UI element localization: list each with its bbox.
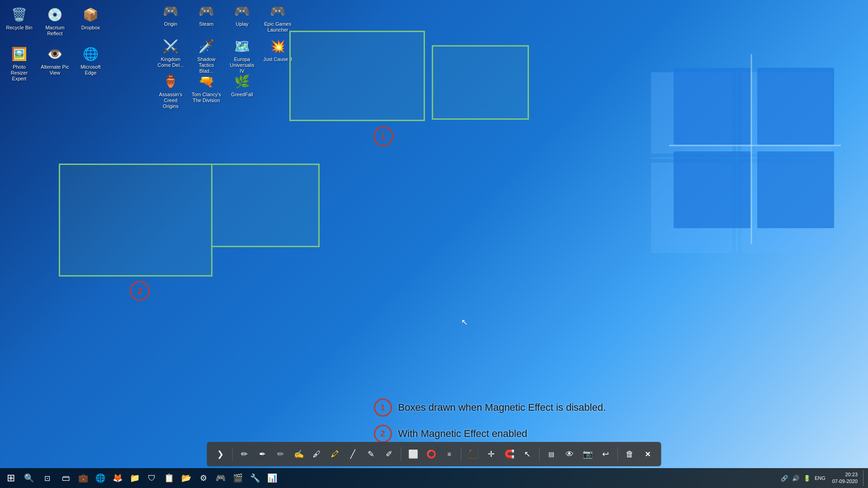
- undo-tool[interactable]: ↩: [598, 446, 614, 462]
- delete-tool[interactable]: 🗑: [622, 446, 638, 462]
- annotation-box-1a: [289, 31, 425, 121]
- legend-item-1: 1 Boxes drawn when Magnetic Effect is di…: [374, 399, 606, 417]
- windows-logo-bg: [651, 72, 832, 253]
- toolbar-divider-2: [401, 447, 401, 461]
- taskbar-app-3[interactable]: 🌐: [92, 470, 108, 486]
- pen-tool-3[interactable]: ✏: [273, 446, 289, 462]
- svg-marker-2: [651, 163, 732, 253]
- taskbar-start-area: ⊞ 🔍 ⊡: [3, 470, 55, 486]
- svg-marker-1: [741, 72, 832, 154]
- taskbar-system-area: 🔗 🔊 🔋 ENG 20:23 07-09-2020: [779, 470, 865, 486]
- taskbar-app-2[interactable]: 💼: [75, 470, 91, 486]
- select-tool[interactable]: ↖: [519, 446, 536, 462]
- game-icons-row2: ⚔️ Kingdom Come Del... 🗡️ Shadow Tactics…: [154, 35, 295, 76]
- pen-tool-1[interactable]: ✏: [236, 446, 253, 462]
- fill-tool[interactable]: ⬛: [465, 446, 481, 462]
- cursor: ↖: [461, 317, 468, 327]
- legend-area: 1 Boxes drawn when Magnetic Effect is di…: [374, 399, 606, 443]
- game-icons-row3: 🏺 Assassin's Creed Origins 🔫 Tom Clancy'…: [154, 70, 259, 112]
- pen-tool-6[interactable]: ╱: [345, 446, 361, 462]
- taskbar-app-9[interactable]: ⚙: [195, 470, 212, 486]
- greedfall-icon[interactable]: 🌿 GreedFall: [225, 70, 259, 112]
- taskbar-app-1[interactable]: 🗃: [58, 470, 74, 486]
- magnet-tool[interactable]: 🧲: [501, 446, 518, 462]
- desktop-icons-row1: 🗑️ Recycle Bin 💿 Macrium Reflect 📦 Dropb…: [2, 4, 108, 38]
- recycle-bin-icon[interactable]: 🗑️ Recycle Bin: [2, 4, 36, 38]
- taskbar-app-4[interactable]: 🦊: [109, 470, 126, 486]
- shapes-tool[interactable]: ⬜: [405, 446, 421, 462]
- shadow-tactics-icon[interactable]: 🗡️ Shadow Tactics Blad...: [189, 35, 223, 76]
- annotation-box-2a: [59, 164, 212, 277]
- toolbar-divider-1: [232, 447, 233, 461]
- dropbox-icon[interactable]: 📦 Dropbox: [74, 4, 108, 38]
- taskbar-clock[interactable]: 20:23 07-09-2020: [829, 471, 861, 485]
- desktop-icons-row2: 🖼️ Photo Resizer Expert 👁️ Alternate Pic…: [2, 43, 108, 84]
- taskbar-app-5[interactable]: 📁: [127, 470, 143, 486]
- annotation-box-1b: [432, 45, 529, 120]
- annotation-toolbar: ❯ ✏ ✒ ✏ ✍ 🖋 🖍 ╱ ✎ ✐ ⬜ ⭕ ≡ ⬛ ✛ 🧲 ↖ ▤ 👁 📷 …: [207, 442, 661, 466]
- tray-battery[interactable]: 🔋: [802, 474, 812, 483]
- eye-tool[interactable]: 👁: [561, 446, 578, 462]
- photo-resizer-icon[interactable]: 🖼️ Photo Resizer Expert: [2, 43, 36, 84]
- svg-marker-0: [651, 72, 732, 154]
- close-tool[interactable]: ✕: [640, 446, 656, 462]
- pen-tool-5[interactable]: 🖋: [309, 446, 325, 462]
- text-align-tool[interactable]: ≡: [441, 446, 458, 462]
- taskbar-app-11[interactable]: 🎬: [230, 470, 246, 486]
- edge-icon[interactable]: 🌐 Microsoft Edge: [74, 43, 108, 84]
- macrium-icon[interactable]: 💿 Macrium Reflect: [38, 4, 72, 38]
- steam-icon[interactable]: 🎮 Steam: [189, 0, 223, 35]
- toolbar-divider-5: [618, 447, 618, 461]
- alt-pic-view-icon[interactable]: 👁️ Alternate Pic View: [38, 43, 72, 84]
- annotation-box-2b: [211, 164, 320, 247]
- camera-tool[interactable]: 📷: [580, 446, 596, 462]
- annotation-circle-1: 1: [373, 127, 393, 146]
- svg-marker-3: [741, 163, 832, 253]
- europa-icon[interactable]: 🗺️ Europa Universalis IV: [225, 35, 259, 76]
- legend-circle-1: 1: [374, 399, 392, 417]
- hatch-tool[interactable]: ▤: [543, 446, 560, 462]
- epic-games-icon[interactable]: 🎮 Epic Games Launcher: [261, 0, 295, 35]
- origin-icon[interactable]: 🎮 Origin: [154, 0, 188, 35]
- taskbar-app-13[interactable]: 📊: [264, 470, 280, 486]
- taskbar-app-6[interactable]: 🛡: [144, 470, 160, 486]
- taskbar: ⊞ 🔍 ⊡ 🗃 💼 🌐 🦊 📁 🛡 📋 📂 ⚙ 🎮 🎬 🔧 📊 🔗 🔊 🔋: [0, 468, 868, 488]
- pen-tool-8[interactable]: ✐: [381, 446, 397, 462]
- move-tool[interactable]: ✛: [483, 446, 500, 462]
- tray-network[interactable]: 🔗: [779, 474, 789, 483]
- desktop: 🗑️ Recycle Bin 💿 Macrium Reflect 📦 Dropb…: [0, 0, 868, 488]
- toolbar-divider-3: [461, 447, 462, 461]
- legend-text-2: With Magnetic Effect enabled: [398, 428, 528, 440]
- the-division-icon[interactable]: 🔫 Tom Clancy's The Division: [189, 70, 223, 112]
- tray-sound[interactable]: 🔊: [791, 474, 801, 483]
- kingdom-come-icon[interactable]: ⚔️ Kingdom Come Del...: [154, 35, 188, 76]
- taskbar-app-12[interactable]: 🔧: [247, 470, 263, 486]
- annotation-circle-2: 2: [130, 281, 150, 301]
- taskbar-apps-area: 🗃 💼 🌐 🦊 📁 🛡 📋 📂 ⚙ 🎮 🎬 🔧 📊: [58, 470, 779, 486]
- pen-tool-7[interactable]: ✎: [363, 446, 379, 462]
- taskbar-app-10[interactable]: 🎮: [212, 470, 229, 486]
- uplay-icon[interactable]: 🎮 Uplay: [225, 0, 259, 35]
- tray-lang[interactable]: ENG: [813, 474, 827, 482]
- taskbar-app-7[interactable]: 📋: [161, 470, 177, 486]
- search-button[interactable]: 🔍: [21, 470, 37, 486]
- pen-tool-2[interactable]: ✒: [255, 446, 271, 462]
- highlighter-tool[interactable]: 🖍: [327, 446, 343, 462]
- circle-tool[interactable]: ⭕: [423, 446, 439, 462]
- game-icons-row1: 🎮 Origin 🎮 Steam 🎮 Uplay 🎮 Epic Games La…: [154, 0, 295, 35]
- show-desktop-button[interactable]: [863, 470, 865, 486]
- legend-text-1: Boxes drawn when Magnetic Effect is disa…: [398, 402, 606, 413]
- tray-icons: 🔗 🔊 🔋 ENG: [779, 474, 827, 483]
- legend-item-2: 2 With Magnetic Effect enabled: [374, 425, 606, 443]
- task-view-button[interactable]: ⊡: [39, 470, 55, 486]
- toolbar-divider-4: [539, 447, 540, 461]
- taskbar-app-8[interactable]: 📂: [178, 470, 194, 486]
- legend-circle-2: 2: [374, 425, 392, 443]
- toolbar-arrow-btn[interactable]: ❯: [212, 446, 229, 462]
- assassins-creed-icon[interactable]: 🏺 Assassin's Creed Origins: [154, 70, 188, 112]
- pen-tool-4[interactable]: ✍: [291, 446, 307, 462]
- just-cause-icon[interactable]: 💥 Just Cause 3: [261, 35, 295, 76]
- start-button[interactable]: ⊞: [3, 470, 19, 486]
